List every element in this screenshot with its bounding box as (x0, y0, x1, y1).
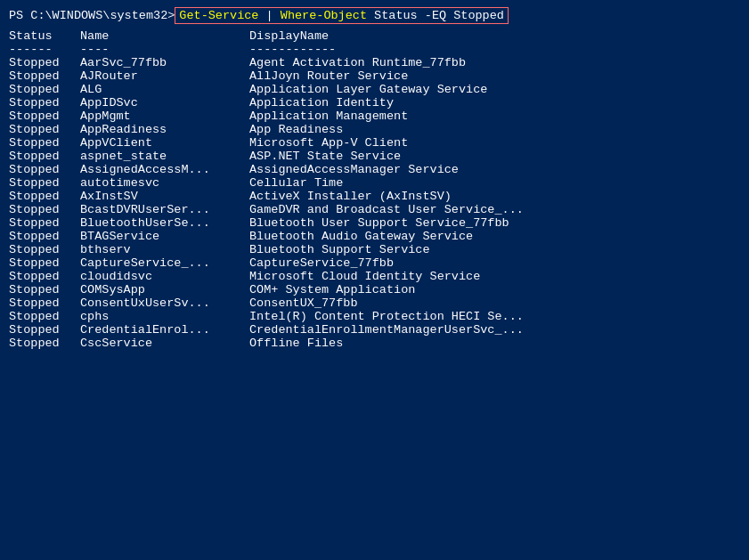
table-row: StoppedBTAGServiceBluetooth Audio Gatewa… (9, 230, 740, 243)
row-name: AxInstSV (80, 190, 249, 203)
table-row: StoppedAxInstSVActiveX Installer (AxInst… (9, 190, 740, 203)
row-displayname: Agent Activation Runtime_77fbb (249, 56, 740, 69)
table-row: StoppedAppIDSvcApplication Identity (9, 96, 740, 110)
output-table: Status Name DisplayName ------ ---- ----… (9, 29, 740, 350)
table-row: StoppedautotimesvcCellular Time (9, 176, 740, 190)
table-row: StoppedCscServiceOffline Files (9, 337, 740, 350)
sep-displayname: ------------ (249, 43, 740, 56)
row-displayname: AllJoyn Router Service (249, 69, 740, 83)
row-status: Stopped (9, 163, 80, 176)
cmd-get-service: Get-Service (179, 9, 258, 22)
row-name: AppVClient (80, 136, 249, 150)
row-displayname: Offline Files (249, 337, 740, 350)
row-name: ConsentUxUserSv... (80, 296, 249, 310)
row-status: Stopped (9, 310, 80, 323)
table-row: StoppedbthservBluetooth Support Service (9, 243, 740, 256)
row-name: AssignedAccessM... (80, 163, 249, 176)
row-name: BTAGService (80, 230, 249, 243)
row-name: CaptureService_... (80, 256, 249, 270)
row-name: cphs (80, 310, 249, 323)
table-row: StoppedcloudidsvcMicrosoft Cloud Identit… (9, 270, 740, 283)
table-row: StoppedAssignedAccessM...AssignedAccessM… (9, 163, 740, 176)
table-row: StoppedBluetoothUserSe...Bluetooth User … (9, 216, 740, 230)
row-displayname: AssignedAccessManager Service (249, 163, 740, 176)
cmd-rest: Status -EQ Stopped (367, 9, 504, 22)
row-status: Stopped (9, 69, 80, 83)
sep-name: ---- (80, 43, 249, 56)
row-displayname: Intel(R) Content Protection HECI Se... (249, 310, 740, 323)
row-name: cloudidsvc (80, 270, 249, 283)
row-displayname: ConsentUX_77fbb (249, 296, 740, 310)
row-name: bthserv (80, 243, 249, 256)
row-name: AppIDSvc (80, 96, 249, 110)
row-status: Stopped (9, 96, 80, 110)
command-box: Get-Service | Where-Object Status -EQ St… (175, 7, 509, 24)
row-name: autotimesvc (80, 176, 249, 190)
row-status: Stopped (9, 190, 80, 203)
row-status: Stopped (9, 296, 80, 310)
row-displayname: Bluetooth Support Service (249, 243, 740, 256)
row-displayname: Microsoft App-V Client (249, 136, 740, 150)
row-displayname: Application Layer Gateway Service (249, 83, 740, 96)
row-status: Stopped (9, 56, 80, 69)
sep-status: ------ (9, 43, 80, 56)
row-status: Stopped (9, 243, 80, 256)
row-displayname: App Readiness (249, 123, 740, 136)
row-status: Stopped (9, 337, 80, 350)
row-name: AppMgmt (80, 110, 249, 123)
row-name: COMSysApp (80, 283, 249, 296)
cmd-pipe: | (258, 9, 280, 22)
table-body: StoppedAarSvc_77fbbAgent Activation Runt… (9, 56, 740, 350)
table-header: Status Name DisplayName (9, 29, 740, 43)
row-displayname: Application Management (249, 110, 740, 123)
row-displayname: ActiveX Installer (AxInstSV) (249, 190, 740, 203)
row-name: CscService (80, 337, 249, 350)
row-name: BcastDVRUserSer... (80, 203, 249, 216)
header-name: Name (80, 29, 249, 43)
row-name: AarSvc_77fbb (80, 56, 249, 69)
header-status: Status (9, 29, 80, 43)
table-row: StoppedCOMSysAppCOM+ System Application (9, 283, 740, 296)
row-displayname: CredentialEnrollmentManagerUserSvc_... (249, 323, 740, 337)
table-row: Stoppedaspnet_stateASP.NET State Service (9, 150, 740, 163)
row-name: AJRouter (80, 69, 249, 83)
row-displayname: Bluetooth User Support Service_77fbb (249, 216, 740, 230)
row-status: Stopped (9, 270, 80, 283)
row-displayname: Bluetooth Audio Gateway Service (249, 230, 740, 243)
row-status: Stopped (9, 216, 80, 230)
row-status: Stopped (9, 150, 80, 163)
row-status: Stopped (9, 323, 80, 337)
table-row: StoppedBcastDVRUserSer...GameDVR and Bro… (9, 203, 740, 216)
table-row: StoppedAarSvc_77fbbAgent Activation Runt… (9, 56, 740, 69)
table-row: StoppedAppVClientMicrosoft App-V Client (9, 136, 740, 150)
row-name: ALG (80, 83, 249, 96)
table-row: StoppedConsentUxUserSv...ConsentUX_77fbb (9, 296, 740, 310)
table-row: StoppedCredentialEnrol...CredentialEnrol… (9, 323, 740, 337)
table-row: StoppedAppMgmtApplication Management (9, 110, 740, 123)
row-status: Stopped (9, 176, 80, 190)
row-status: Stopped (9, 123, 80, 136)
row-name: CredentialEnrol... (80, 323, 249, 337)
row-displayname: GameDVR and Broadcast User Service_... (249, 203, 740, 216)
header-displayname: DisplayName (249, 29, 740, 43)
row-status: Stopped (9, 110, 80, 123)
row-status: Stopped (9, 83, 80, 96)
prompt-text: PS C:\WINDOWS\system32> (9, 9, 175, 22)
table-separator: ------ ---- ------------ (9, 43, 740, 56)
table-row: StoppedAJRouterAllJoyn Router Service (9, 69, 740, 83)
row-displayname: Application Identity (249, 96, 740, 110)
table-row: StoppedCaptureService_...CaptureService_… (9, 256, 740, 270)
row-displayname: COM+ System Application (249, 283, 740, 296)
row-status: Stopped (9, 230, 80, 243)
row-name: AppReadiness (80, 123, 249, 136)
row-status: Stopped (9, 136, 80, 150)
row-status: Stopped (9, 203, 80, 216)
row-name: BluetoothUserSe... (80, 216, 249, 230)
prompt-line: PS C:\WINDOWS\system32> Get-Service | Wh… (9, 7, 740, 24)
table-row: StoppedcphsIntel(R) Content Protection H… (9, 310, 740, 323)
table-row: StoppedALGApplication Layer Gateway Serv… (9, 83, 740, 96)
row-displayname: CaptureService_77fbb (249, 256, 740, 270)
row-status: Stopped (9, 283, 80, 296)
row-displayname: Cellular Time (249, 176, 740, 190)
row-status: Stopped (9, 256, 80, 270)
